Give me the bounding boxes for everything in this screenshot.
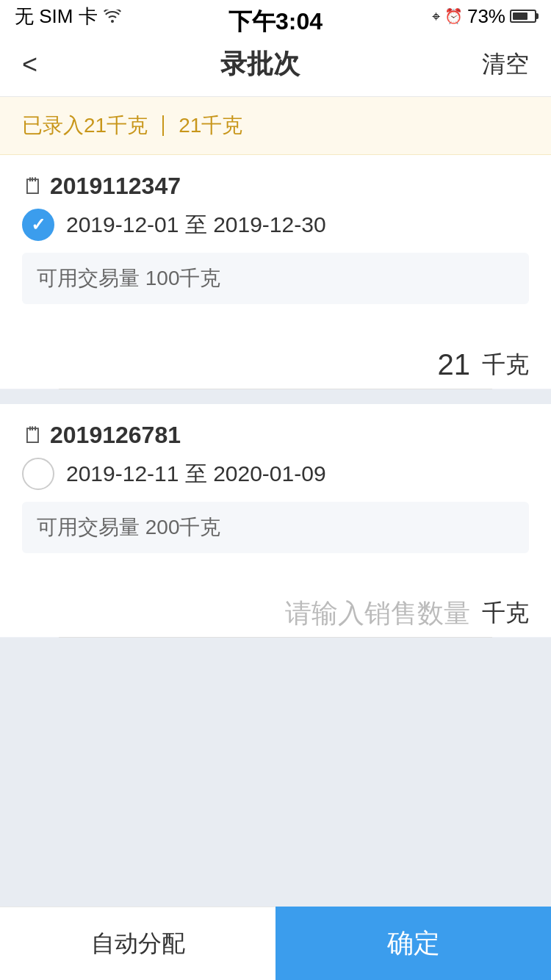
batch2-radio[interactable] xyxy=(22,458,54,490)
batch1-date: 2019-12-01 至 2019-12-30 xyxy=(66,210,326,240)
time-display: 下午3:04 xyxy=(228,6,323,38)
recorded-value: 21千克 xyxy=(179,112,242,140)
batch1-id: 2019112347 xyxy=(50,173,181,200)
check-icon-1: ✓ xyxy=(31,215,46,235)
doc-icon-1: 🗒 xyxy=(22,174,44,199)
batch2-date: 2019-12-11 至 2020-01-09 xyxy=(66,459,326,489)
banner-divider xyxy=(162,115,164,136)
batch2-header: 🗒 2019126781 xyxy=(22,422,529,449)
bottom-bar: 自动分配 确定 xyxy=(0,907,551,980)
clear-button[interactable]: 清空 xyxy=(482,48,529,81)
batch2-input-row: 千克 xyxy=(0,583,551,637)
recorded-label: 已录入21千克 xyxy=(22,112,148,140)
batch-item-2: 🗒 2019126781 2019-12-11 至 2020-01-09 可用交… xyxy=(0,404,551,583)
main-content: 🗒 2019112347 ✓ 2019-12-01 至 2019-12-30 可… xyxy=(0,155,551,980)
batch1-availability: 可用交易量 100千克 xyxy=(22,253,529,304)
alarm-icon: ⏰ xyxy=(444,7,463,25)
status-bar: 无 SIM 卡 下午3:04 ⌖ ⏰ 73% xyxy=(0,0,551,32)
section-separator xyxy=(0,389,551,404)
info-banner: 已录入21千克 21千克 xyxy=(0,97,551,155)
back-button[interactable]: < xyxy=(22,49,37,80)
nav-bar: < 录批次 清空 xyxy=(0,32,551,97)
batch2-qty-unit: 千克 xyxy=(482,597,529,630)
batch1-quantity-row: 21 千克 xyxy=(0,334,551,389)
batch2-availability: 可用交易量 200千克 xyxy=(22,502,529,553)
batch1-qty-unit: 千克 xyxy=(482,349,529,381)
confirm-button[interactable]: 确定 xyxy=(276,907,551,980)
batch1-avail-text: 可用交易量 100千克 xyxy=(37,267,221,289)
batch1-date-row[interactable]: ✓ 2019-12-01 至 2019-12-30 xyxy=(22,209,529,241)
location-icon: ⌖ xyxy=(432,8,440,25)
batch2-qty-input[interactable] xyxy=(140,598,470,629)
battery-percent: 73% xyxy=(467,5,505,28)
page-title: 录批次 xyxy=(220,46,300,82)
wifi-icon xyxy=(104,5,121,28)
batch1-header: 🗒 2019112347 xyxy=(22,173,529,200)
auto-distribute-button[interactable]: 自动分配 xyxy=(0,907,276,980)
batch2-id: 2019126781 xyxy=(50,422,181,449)
batch2-date-row[interactable]: 2019-12-11 至 2020-01-09 xyxy=(22,458,529,490)
batch1-qty-value: 21 xyxy=(438,348,471,381)
batch-item-1: 🗒 2019112347 ✓ 2019-12-01 至 2019-12-30 可… xyxy=(0,155,551,334)
doc-icon-2: 🗒 xyxy=(22,423,44,448)
batch2-avail-text: 可用交易量 200千克 xyxy=(37,516,221,538)
battery-icon xyxy=(510,10,536,23)
batch1-radio[interactable]: ✓ xyxy=(22,209,54,241)
carrier-text: 无 SIM 卡 xyxy=(15,4,98,29)
